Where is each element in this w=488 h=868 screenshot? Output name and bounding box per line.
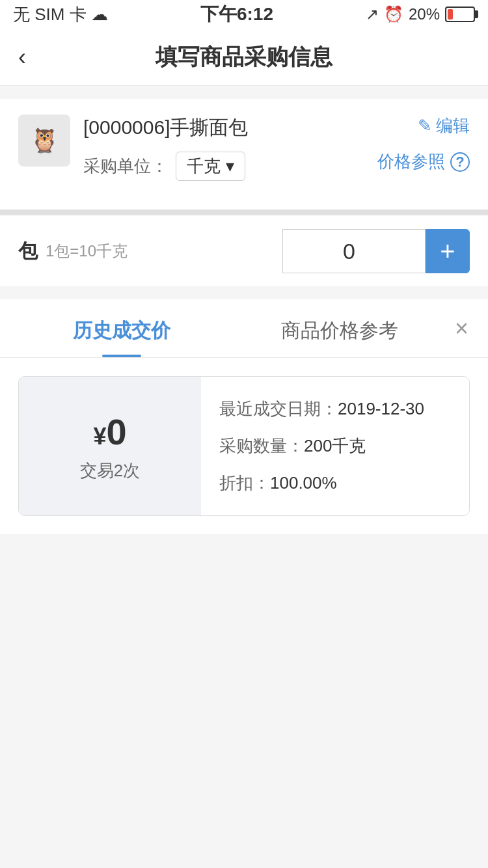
product-image-placeholder: 🦉 xyxy=(30,127,59,154)
purchase-unit-label: 采购单位： xyxy=(83,155,168,178)
discount-label: 折扣： xyxy=(219,473,270,493)
back-button[interactable]: ‹ xyxy=(18,44,26,71)
history-card: ¥0 交易2次 最近成交日期：2019-12-30 采购数量：200千克 折扣：… xyxy=(18,376,470,516)
purchase-qty-row: 采购数量：200千克 xyxy=(219,433,451,459)
section-divider xyxy=(0,210,488,215)
history-card-left: ¥0 交易2次 xyxy=(19,377,201,515)
product-name: [0000006]手撕面包 xyxy=(83,115,248,141)
tab-history-price[interactable]: 历史成交价 xyxy=(13,299,230,357)
page-header: ‹ 填写商品采购信息 xyxy=(0,29,488,86)
panel-close-button[interactable]: × xyxy=(448,304,475,353)
history-card-right: 最近成交日期：2019-12-30 采购数量：200千克 折扣：100.00% xyxy=(201,377,469,515)
quantity-label: 包 1包=10千克 xyxy=(18,238,128,265)
edit-label: 编辑 xyxy=(436,115,470,137)
product-right-actions: ✎ 编辑 价格参照 ? xyxy=(377,115,470,173)
status-left: 无 SIM 卡 ☁ xyxy=(13,3,108,26)
battery-icon xyxy=(445,7,475,22)
status-time: 下午6:12 xyxy=(200,2,273,27)
bottom-panel: 历史成交价 商品价格参考 × ¥0 交易2次 最近成交日期：2019-12-30… xyxy=(0,299,488,534)
unit-selector[interactable]: 千克 ▾ xyxy=(176,152,245,181)
recent-date-label: 最近成交日期： xyxy=(219,399,338,418)
quantity-section: 包 1包=10千克 + xyxy=(0,216,488,286)
edit-button[interactable]: ✎ 编辑 xyxy=(418,115,470,137)
history-content: ¥0 交易2次 最近成交日期：2019-12-30 采购数量：200千克 折扣：… xyxy=(0,358,488,534)
quantity-input[interactable] xyxy=(282,229,426,273)
status-bar: 无 SIM 卡 ☁ 下午6:12 ↗ ⏰ 20% xyxy=(0,0,488,29)
product-info: [0000006]手撕面包 采购单位： 千克 ▾ xyxy=(83,115,248,181)
page-title: 填写商品采购信息 xyxy=(156,42,332,72)
price-value: 0 xyxy=(106,411,126,452)
purchase-qty-label: 采购数量： xyxy=(219,436,304,455)
alarm-icon: ⏰ xyxy=(384,5,403,23)
product-left: 🦉 [0000006]手撕面包 采购单位： 千克 ▾ xyxy=(18,115,248,181)
recent-date-value: 2019-12-30 xyxy=(338,399,424,418)
product-top: 🦉 [0000006]手撕面包 采购单位： 千克 ▾ ✎ 编辑 价格参照 xyxy=(18,115,470,181)
quantity-row: 包 1包=10千克 + xyxy=(18,216,470,286)
product-card: 🦉 [0000006]手撕面包 采购单位： 千克 ▾ ✎ 编辑 价格参照 xyxy=(0,99,488,210)
history-price: ¥0 xyxy=(93,411,126,453)
sim-status: 无 SIM 卡 ☁ xyxy=(13,3,108,26)
quantity-controls: + xyxy=(282,229,470,273)
quantity-plus-button[interactable]: + xyxy=(426,229,470,273)
direction-icon: ↗ xyxy=(366,5,379,23)
tab-product-price-ref[interactable]: 商品价格参考 xyxy=(230,299,448,357)
purchase-qty-value: 200千克 xyxy=(304,436,366,455)
price-ref-row: 价格参照 ? xyxy=(377,150,470,173)
quantity-conversion: 1包=10千克 xyxy=(46,241,128,262)
recent-date-row: 最近成交日期：2019-12-30 xyxy=(219,396,451,422)
discount-value: 100.00% xyxy=(270,473,337,493)
discount-row: 折扣：100.00% xyxy=(219,470,451,496)
trade-count: 交易2次 xyxy=(80,459,140,482)
tab-product-price-ref-label: 商品价格参考 xyxy=(281,319,398,341)
tab-history-price-label: 历史成交价 xyxy=(73,319,170,341)
quantity-unit-badge: 包 xyxy=(18,238,38,265)
tabs-row: 历史成交价 商品价格参考 × xyxy=(0,299,488,358)
unit-value: 千克 xyxy=(187,155,221,178)
price-ref-link[interactable]: 价格参照 xyxy=(377,150,445,173)
edit-icon: ✎ xyxy=(418,116,432,136)
status-right: ↗ ⏰ 20% xyxy=(366,5,475,23)
battery-percentage: 20% xyxy=(409,5,440,23)
help-icon[interactable]: ? xyxy=(450,152,470,172)
currency-symbol: ¥ xyxy=(93,423,106,450)
dropdown-arrow-icon: ▾ xyxy=(226,156,234,176)
purchase-unit-row: 采购单位： 千克 ▾ xyxy=(83,152,248,181)
product-thumbnail: 🦉 xyxy=(18,115,70,167)
